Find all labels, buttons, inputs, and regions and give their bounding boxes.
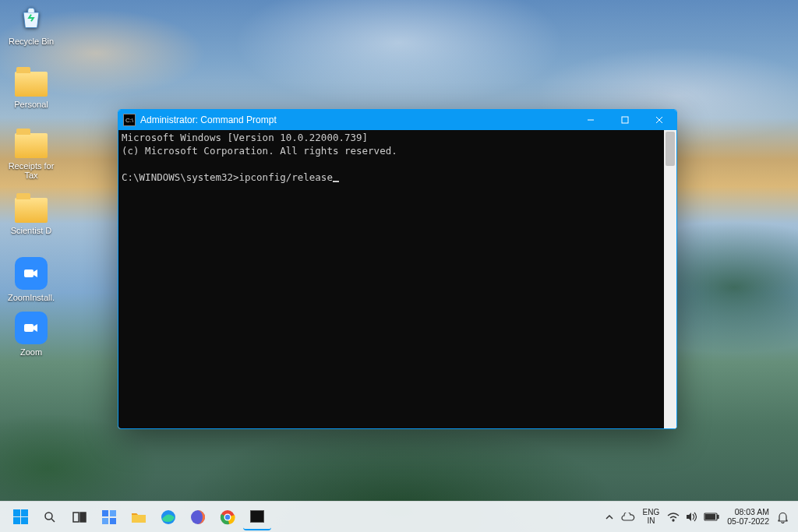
folder-icon <box>15 72 48 97</box>
svg-rect-0 <box>24 270 34 277</box>
icon-label: Zoom <box>2 347 60 357</box>
svg-rect-21 <box>718 516 719 519</box>
icon-label: Scientist D <box>2 226 60 235</box>
folder-icon <box>15 198 48 223</box>
zoom-icon <box>15 257 48 290</box>
scrollbar[interactable] <box>664 130 676 428</box>
chrome-icon <box>220 509 235 525</box>
start-button[interactable] <box>6 504 34 530</box>
time: 08:03 AM <box>727 508 769 516</box>
scrollbar-thumb[interactable] <box>666 132 675 166</box>
terminal-output[interactable]: Microsoft Windows [Version 10.0.22000.73… <box>118 130 664 428</box>
desktop-icon-recycle-bin[interactable]: Recycle Bin <box>2 2 60 46</box>
task-view-icon <box>72 512 87 523</box>
desktop-icon-receipts[interactable]: Receipts for Tax <box>2 129 60 180</box>
cmd-window: C:\ Administrator: Command Prompt Micros… <box>118 109 677 429</box>
svg-rect-10 <box>102 510 108 516</box>
icon-label: Receipts for Tax <box>2 161 60 180</box>
svg-rect-12 <box>102 518 108 524</box>
chrome-button[interactable] <box>214 504 242 530</box>
search-button[interactable] <box>36 504 64 530</box>
maximize-button[interactable] <box>608 110 642 130</box>
notifications-icon[interactable] <box>777 511 789 523</box>
banner-line-2: (c) Microsoft Corporation. All rights re… <box>122 145 397 157</box>
desktop-icon-zoom[interactable]: Zoom <box>2 312 60 357</box>
desktop-icon-personal[interactable]: Personal <box>2 67 60 109</box>
search-icon <box>43 510 57 524</box>
svg-rect-9 <box>80 513 86 522</box>
file-explorer-button[interactable] <box>125 504 153 530</box>
svg-rect-1 <box>24 324 34 332</box>
icon-label: Recycle Bin <box>2 37 60 46</box>
taskbar: ENG IN 08:03 AM 05-07-2022 <box>0 501 798 532</box>
icon-label: Personal <box>2 100 60 109</box>
svg-point-19 <box>673 520 674 521</box>
svg-rect-22 <box>706 515 715 520</box>
window-title: Administrator: Command Prompt <box>140 115 277 125</box>
edge-icon <box>161 509 176 525</box>
banner-line-1: Microsoft Windows [Version 10.0.22000.73… <box>122 132 368 143</box>
firefox-icon <box>190 509 206 525</box>
desktop-icon-zoominstall[interactable]: ZoomInstall. <box>2 257 60 302</box>
prompt-path: C:\WINDOWS\system32> <box>122 171 239 183</box>
svg-line-7 <box>51 519 55 522</box>
icon-label: ZoomInstall. <box>2 293 60 302</box>
recycle-icon <box>16 2 47 33</box>
tray-chevron-icon[interactable] <box>606 513 613 521</box>
wifi-icon[interactable] <box>667 513 680 522</box>
svg-rect-13 <box>110 518 116 524</box>
date: 05-07-2022 <box>727 517 769 526</box>
widgets-icon <box>102 510 116 524</box>
task-view-button[interactable] <box>65 504 94 530</box>
svg-point-6 <box>45 513 52 520</box>
close-button[interactable] <box>642 110 676 130</box>
svg-rect-8 <box>73 513 79 522</box>
clock[interactable]: 08:03 AM 05-07-2022 <box>727 508 769 525</box>
titlebar[interactable]: C:\ Administrator: Command Prompt <box>118 110 676 130</box>
onedrive-icon[interactable] <box>621 513 635 522</box>
terminal-icon <box>250 510 264 523</box>
folder-icon <box>131 511 147 523</box>
svg-point-18 <box>225 514 230 519</box>
svg-rect-11 <box>110 510 116 516</box>
folder-icon <box>15 133 48 158</box>
language-indicator[interactable]: ENG IN <box>643 509 660 525</box>
system-tray: ENG IN 08:03 AM 05-07-2022 <box>606 508 792 525</box>
text-cursor <box>333 181 339 182</box>
zoom-icon <box>15 312 48 344</box>
lang-bottom: IN <box>643 517 660 526</box>
cmd-icon: C:\ <box>123 114 136 126</box>
windows-logo-icon <box>13 509 28 524</box>
battery-icon[interactable] <box>704 513 719 521</box>
firefox-button[interactable] <box>184 504 212 530</box>
typed-command: ipconfig/release <box>239 171 333 183</box>
cmd-taskbar-button[interactable] <box>243 504 271 530</box>
edge-button[interactable] <box>154 504 182 530</box>
widgets-button[interactable] <box>95 504 123 530</box>
svg-rect-3 <box>622 117 628 123</box>
volume-icon[interactable] <box>686 512 697 522</box>
minimize-button[interactable] <box>574 110 608 130</box>
lang-top: ENG <box>643 509 660 517</box>
desktop-icon-scientist-d[interactable]: Scientist D <box>2 193 60 235</box>
